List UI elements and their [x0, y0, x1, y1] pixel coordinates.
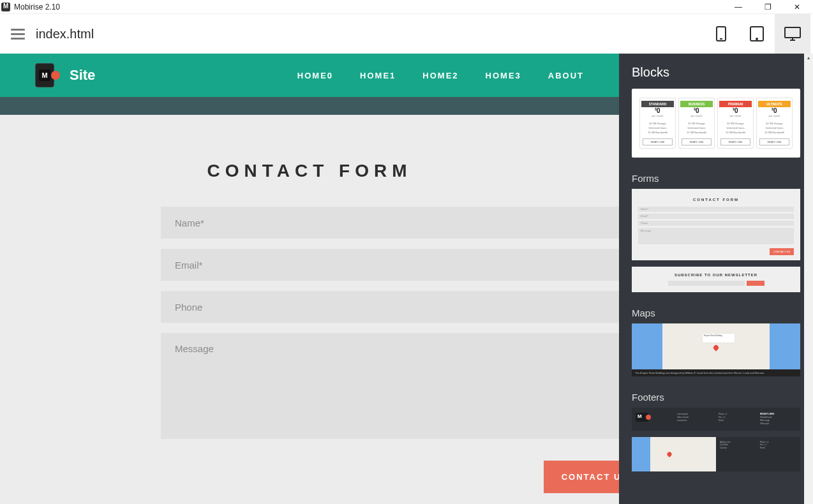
block-thumb-footer[interactable]: Lorem ipsumdolor sit ametconsectetur Pho…	[632, 408, 800, 430]
message-field[interactable]	[161, 333, 619, 439]
brand-logo-icon: M	[35, 63, 54, 87]
thumb-footer-col: Phone: +1Fax: +1Email:	[719, 413, 755, 425]
thumb-footer-col: Address lineCity StateCountry	[720, 441, 756, 468]
email-field[interactable]	[161, 249, 619, 281]
menu-hamburger-button[interactable]	[0, 14, 36, 54]
thumb-footer-col: RECENT LINKSStandard postWith imageVideo…	[760, 413, 796, 425]
device-tablet-button[interactable]	[739, 14, 775, 54]
thumb-footer-col: Lorem ipsumdolor sit ametconsectetur	[677, 413, 713, 425]
thumb-field: Email*	[638, 214, 794, 219]
block-thumb-contact-form[interactable]: CONTACT FORM Name* Email* Phone Message …	[632, 189, 800, 260]
block-thumb-newsletter[interactable]: SUBSCRIBE TO OUR NEWSLETTER	[632, 267, 800, 292]
svg-rect-4	[785, 27, 800, 38]
contact-form: CONTACT US	[161, 207, 619, 452]
thumb-map-graphic	[632, 437, 716, 471]
site-navbar: M Site HOME0 HOME1 HOME2 HOME3 ABOUT	[0, 54, 619, 97]
app-toolbar: index.html	[0, 14, 813, 54]
contact-submit-button[interactable]: CONTACT US	[544, 461, 619, 493]
window-maximize-button[interactable]: ❐	[753, 0, 782, 14]
sidebar-section-footers: Footers	[619, 383, 813, 408]
sidebar-scrollbar[interactable]: ▴	[804, 54, 813, 504]
window-minimize-button[interactable]: —	[724, 0, 753, 14]
thumb-map-graphic: Empire State Building	[632, 323, 800, 369]
nav-link[interactable]: HOME2	[422, 71, 458, 80]
scroll-up-icon[interactable]: ▴	[804, 54, 813, 63]
sidebar-section-maps: Maps	[619, 299, 813, 323]
device-desktop-button[interactable]	[775, 14, 810, 54]
svg-point-3	[756, 38, 757, 40]
app-icon	[1, 3, 10, 11]
window-close-button[interactable]: ✕	[782, 0, 812, 14]
block-thumb-map[interactable]: Empire State Building The Empire State B…	[632, 323, 800, 376]
site-preview: M Site HOME0 HOME1 HOME2 HOME3 ABOUT CON…	[0, 54, 619, 504]
window-titlebar: Mobirise 2.10 — ❐ ✕	[0, 0, 813, 14]
thumb-field: Name*	[638, 207, 794, 212]
footer-logo-icon	[636, 413, 648, 422]
thumb-button: CONTACT US	[770, 248, 794, 255]
desktop-icon	[784, 26, 802, 41]
device-mobile-button[interactable]	[703, 14, 739, 54]
nav-link[interactable]: HOME0	[297, 71, 333, 80]
thumb-newsletter-title: SUBSCRIBE TO OUR NEWSLETTER	[637, 273, 795, 281]
thumb-form-title: CONTACT FORM	[638, 194, 794, 207]
window-title: Mobirise 2.10	[14, 3, 60, 11]
form-section-title: CONTACT FORM	[0, 115, 619, 207]
blocks-sidebar: Blocks STANDARD$0per month32 GB StorageU…	[619, 54, 813, 504]
nav-link[interactable]: ABOUT	[548, 71, 584, 80]
current-file-label: index.html	[36, 27, 94, 41]
block-thumb-pricing[interactable]: STANDARD$0per month32 GB StorageUnlimite…	[632, 89, 800, 158]
thumb-footer-col: Phone: +1Fax: +1Email:	[760, 441, 796, 468]
thumb-map-caption: The Empire State Building was designed b…	[632, 369, 800, 376]
sidebar-section-forms: Forms	[619, 164, 813, 189]
name-field[interactable]	[161, 207, 619, 239]
phone-field[interactable]	[161, 291, 619, 323]
thumb-field: Phone	[638, 221, 794, 226]
nav-link[interactable]: HOME1	[360, 71, 396, 80]
mobile-icon	[715, 26, 727, 42]
hero-strip	[0, 97, 619, 115]
brand-text[interactable]: Site	[70, 67, 95, 84]
nav-link[interactable]: HOME3	[486, 71, 521, 80]
block-thumb-footer-map[interactable]: Address lineCity StateCountry Phone: +1F…	[632, 437, 800, 471]
thumb-newsletter-input	[668, 281, 745, 286]
tablet-icon	[749, 26, 765, 42]
thumb-newsletter-button	[747, 281, 765, 286]
thumb-field: Message	[638, 228, 794, 244]
nav-links: HOME0 HOME1 HOME2 HOME3 ABOUT	[297, 71, 584, 80]
thumb-map-infowindow: Empire State Building	[703, 334, 735, 343]
sidebar-title: Blocks	[619, 54, 813, 89]
